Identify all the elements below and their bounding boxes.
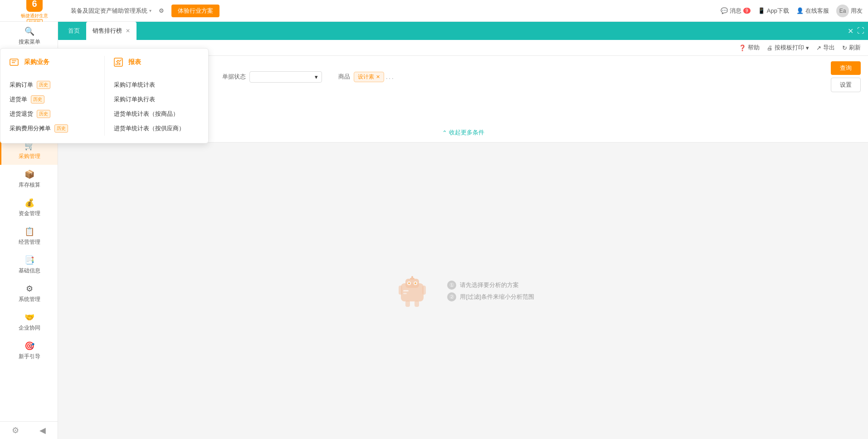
menu-section-purchase-business: 采购业务 采购订单 历史 进货单 历史 进货退货 历史 xyxy=(8,56,97,136)
refresh-button[interactable]: ↻ 刷新 xyxy=(842,44,861,52)
tab-home-label: 首页 xyxy=(68,27,80,35)
industry-button[interactable]: 体验行业方案 xyxy=(171,5,219,17)
print-dropdown-icon: ▾ xyxy=(806,44,809,51)
sidebar-item-finance[interactable]: 💰 资金管理 xyxy=(0,193,58,222)
hint-num-1: ① xyxy=(447,281,456,290)
system-title: 装备及固定资产辅助管理系统 xyxy=(71,7,147,15)
service-label: 在线客服 xyxy=(805,7,829,15)
sidebar-label-inventory: 库存核算 xyxy=(19,181,40,189)
history-badge-3: 历史 xyxy=(54,124,68,133)
goods-dots[interactable]: ... xyxy=(386,73,395,81)
newbie-icon: 🎯 xyxy=(24,341,34,351)
voucher-status-label: 单据状态 xyxy=(222,73,246,81)
sidebar-item-search[interactable]: 🔍 搜索菜单 xyxy=(0,22,58,50)
message-icon: 💬 xyxy=(721,7,728,14)
purchase-business-icon xyxy=(8,56,20,69)
menu-section-report: 报表 采购订单统计表 采购订单执行表 进货单统计表（按商品） 进货单统计表（按供… xyxy=(112,56,201,136)
sidebar-bottom: ⚙ ◀ xyxy=(0,421,58,439)
sidebar-item-system[interactable]: ⚙ 系统管理 xyxy=(0,279,58,308)
action-buttons: 查询 设置 xyxy=(831,61,861,92)
sidebar-item-inventory[interactable]: 📦 库存核算 xyxy=(0,165,58,193)
sidebar-item-cooperation[interactable]: 🤝 企业协同 xyxy=(0,308,58,336)
sidebar-settings-button[interactable]: ⚙ xyxy=(12,425,19,435)
svg-rect-14 xyxy=(411,276,413,279)
inbound-label: 进货单 xyxy=(10,95,27,104)
purchase-order-label: 采购订单 xyxy=(10,81,33,89)
sidebar-item-newbie[interactable]: 🎯 新手引导 xyxy=(0,336,58,365)
sidebar-label-cooperation: 企业协同 xyxy=(19,324,40,332)
sidebar-collapse-button[interactable]: ◀ xyxy=(39,425,46,435)
inbound-item[interactable]: 进货单 历史 xyxy=(8,92,97,107)
sidebar-label-newbie: 新手引导 xyxy=(19,353,40,360)
user-button[interactable]: Ea 用友 xyxy=(836,5,863,17)
return-item[interactable]: 进货退货 历史 xyxy=(8,107,97,121)
query-button[interactable]: 查询 xyxy=(831,61,861,75)
cooperation-icon: 🤝 xyxy=(24,312,34,322)
history-badge-0: 历史 xyxy=(37,81,50,89)
print-button[interactable]: 🖨 按模板打印 ▾ xyxy=(767,44,809,52)
svg-rect-20 xyxy=(414,301,419,307)
base-icon: 📑 xyxy=(24,255,34,265)
export-icon: ↗ xyxy=(816,44,821,51)
system-title-dropdown[interactable]: 装备及固定资产辅助管理系统 ▾ xyxy=(67,7,151,15)
cost-item[interactable]: 采购费用分摊单 历史 xyxy=(8,121,97,136)
history-badge-1: 历史 xyxy=(31,95,44,104)
report-order-exec[interactable]: 采购订单执行表 xyxy=(112,92,201,107)
app-download-button[interactable]: 📱 App下载 xyxy=(758,7,789,15)
tab-close-icon[interactable]: ✕ xyxy=(126,28,130,34)
message-button[interactable]: 💬 消息 9 xyxy=(721,7,751,15)
empty-hints: ① 请先选择要分析的方案 ② 用[过滤]条件来缩小分析范围 xyxy=(447,281,534,301)
settings-icon[interactable]: ⚙ xyxy=(155,5,168,17)
tab-home[interactable]: 首页 xyxy=(62,22,86,40)
svg-point-12 xyxy=(414,282,416,284)
logo-icon: 6 xyxy=(26,0,43,12)
collapse-label: 收起更多条件 xyxy=(449,128,484,137)
purchase-business-title: 采购业务 xyxy=(8,56,97,72)
export-button[interactable]: ↗ 导出 xyxy=(816,44,835,52)
goods-filter-group: 设计素 ✕ ... xyxy=(354,72,395,82)
cost-label: 采购费用分摊单 xyxy=(10,124,51,133)
report-inbound-goods-label: 进货单统计表（按商品） xyxy=(114,110,179,118)
report-inbound-supplier[interactable]: 进货单统计表（按供应商） xyxy=(112,121,201,136)
message-label: 消息 xyxy=(730,7,741,15)
top-bar-right: 💬 消息 9 📱 App下载 👤 在线客服 Ea 用友 xyxy=(721,5,863,17)
empty-content: ① 请先选择要分析的方案 ② 用[过滤]条件来缩小分析范围 xyxy=(392,270,534,312)
sidebar-item-base[interactable]: 📑 基础信息 xyxy=(0,251,58,279)
refresh-label: 刷新 xyxy=(849,44,861,52)
user-label: 用友 xyxy=(851,7,863,15)
svg-rect-17 xyxy=(399,286,402,295)
online-service-button[interactable]: 👤 在线客服 xyxy=(796,7,829,15)
help-button[interactable]: ❓ 帮助 xyxy=(739,44,760,52)
goods-tag-close[interactable]: ✕ xyxy=(376,74,380,80)
settings-button[interactable]: 设置 xyxy=(831,78,861,92)
chevron-down-icon: ▾ xyxy=(149,8,151,13)
report-order-stats-label: 采购订单统计表 xyxy=(114,81,155,89)
report-inbound-goods[interactable]: 进货单统计表（按商品） xyxy=(112,107,201,121)
tab-bar: 首页 销售排行榜 ✕ ✕ ⛶ xyxy=(58,22,868,40)
hint-num-2: ② xyxy=(447,292,456,301)
report-order-stats[interactable]: 采购订单统计表 xyxy=(112,78,201,92)
tab-sales-rank-label: 销售排行榜 xyxy=(93,27,122,35)
tab-sales-rank[interactable]: 销售排行榜 ✕ xyxy=(86,22,137,40)
message-badge: 9 xyxy=(743,8,751,14)
voucher-status-select[interactable]: ▾ xyxy=(249,71,322,83)
inventory-icon: 📦 xyxy=(24,169,34,179)
svg-rect-18 xyxy=(422,286,426,295)
purchase-order-item[interactable]: 采购订单 历史 xyxy=(8,78,97,92)
app-label: App下载 xyxy=(767,7,789,15)
sidebar: 🔍 搜索菜单 🏠 快捷导航 📢 营销推广 📊 销售管理 🛒 采购管理 📦 xyxy=(0,22,58,439)
sidebar-label-finance: 资金管理 xyxy=(19,210,40,217)
tab-bar-expand-icon[interactable]: ⛶ xyxy=(857,27,864,35)
goods-tag-text: 设计素 xyxy=(358,73,374,81)
collapse-button[interactable]: ⌃ 收起更多条件 xyxy=(442,128,484,137)
empty-hint-2: ② 用[过滤]条件来缩小分析范围 xyxy=(447,292,534,301)
top-bar: 6 畅捷通好生意 标准版 装备及固定资产辅助管理系统 ▾ ⚙ 体验行业方案 💬 … xyxy=(0,0,868,22)
phone-icon: 📱 xyxy=(758,7,765,14)
goods-label: 商品 xyxy=(338,73,350,81)
print-label: 按模板打印 xyxy=(775,44,804,52)
finance-icon: 💰 xyxy=(24,198,34,208)
sidebar-item-operation[interactable]: 📋 经营管理 xyxy=(0,222,58,251)
svg-rect-16 xyxy=(403,293,407,294)
tab-bar-close-icon[interactable]: ✕ xyxy=(848,27,853,35)
history-badge-2: 历史 xyxy=(37,110,50,118)
